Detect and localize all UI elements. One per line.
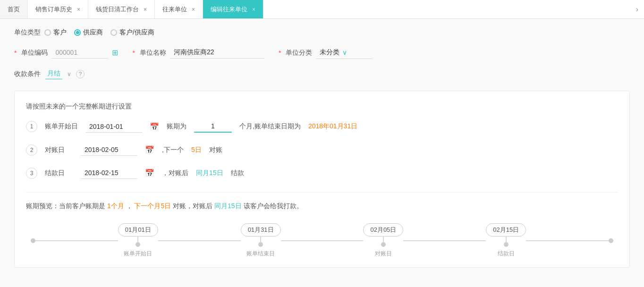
tab-edit-partner-label: 编辑往来单位 <box>211 5 247 14</box>
timeline-node-3: 02月05日 对账日 <box>363 223 403 258</box>
preview-text: 账期预览：当前客户账期是 1个月 ， 下一个月5日 对账，对账后 同月15日 该… <box>26 200 618 212</box>
tab-expand-button[interactable]: › <box>630 0 644 18</box>
radio-both[interactable]: 客户/供应商 <box>110 28 154 37</box>
payment-row: 收款条件 月结 ∨ ? <box>14 68 630 79</box>
radio-customer-circle <box>44 29 51 36</box>
period-row-2-desc-prefix: ,下一个 <box>162 146 184 154</box>
preview-part3: 同月15日 <box>214 202 242 210</box>
radio-supplier-label: 供应商 <box>83 28 103 37</box>
preview-part3-sep: 该客户会给我打款。 <box>244 202 303 210</box>
tab-sales-order[interactable]: 销售订单历史 × <box>28 0 88 18</box>
period-row-2-desc-suffix: 对账 <box>209 146 222 154</box>
timeline-node-4: 02月15日 结款日 <box>486 223 526 258</box>
unit-info-row: * 单位编码 ⊞ * 单位名称 * 单位分类 未分类 ∨ <box>14 46 630 59</box>
period-row-1-num: 1 <box>26 121 37 132</box>
period-row-3: 3 结款日 📅 ，对账后 同月15日 结款 <box>26 167 618 179</box>
tab-cash-work[interactable]: 钱货日清工作台 × <box>88 0 155 18</box>
period-row-2-desc-highlight: 5日 <box>191 146 202 154</box>
tab-cash-work-close[interactable]: × <box>144 6 147 13</box>
preview-part1-sep: ， <box>126 202 133 210</box>
period-row-1-end-date: 2018年01月31日 <box>308 122 357 131</box>
payment-cond-arrow[interactable]: ∨ <box>67 71 71 77</box>
main-content: 单位类型 客户 供应商 客户/供应商 * 单位编码 <box>0 19 644 287</box>
preview-part2: 下一个月5日 <box>134 202 171 210</box>
radio-supplier[interactable]: 供应商 <box>74 28 103 37</box>
unit-type-field: 单位类型 客户 供应商 客户/供应商 <box>14 28 154 37</box>
unit-type-label: 单位类型 <box>14 28 41 37</box>
period-row-1: 1 账单开始日 📅 账期为 个月,账单结束日期为 2018年01月31日 <box>26 120 618 133</box>
radio-both-circle <box>110 29 117 36</box>
timeline-node-2-label: 账单结束日 <box>246 250 275 258</box>
radio-both-label: 客户/供应商 <box>119 28 154 37</box>
payment-cond-label: 收款条件 <box>14 70 41 78</box>
period-row-1-period-value[interactable] <box>194 120 232 133</box>
tab-sales-order-close[interactable]: × <box>77 6 80 13</box>
period-row-1-label: 账单开始日 <box>45 122 78 131</box>
timeline-node-3-dot <box>381 242 386 247</box>
timeline-node-1: 01月01日 账单开始日 <box>118 223 158 258</box>
period-row-1-period-unit: 个月,账单结束日期为 <box>239 122 301 131</box>
preview-section: 账期预览：当前客户账期是 1个月 ， 下一个月5日 对账，对账后 同月15日 该… <box>26 192 618 258</box>
period-row-3-num: 3 <box>26 168 37 179</box>
timeline-node-1-bubble: 01月01日 <box>118 223 158 236</box>
period-row-2-cal-icon[interactable]: 📅 <box>145 145 154 154</box>
period-row-1-date[interactable] <box>85 121 142 133</box>
timeline-line-4 <box>403 240 486 241</box>
unit-code-input[interactable] <box>51 47 108 59</box>
tab-partner-close[interactable]: × <box>192 6 195 13</box>
unit-code-copy-icon[interactable]: ⊞ <box>112 48 118 57</box>
unit-category-select[interactable]: 未分类 ∨ <box>316 46 373 59</box>
preview-part1: 1个月 <box>107 202 124 210</box>
tab-partner[interactable]: 往来单位 × <box>155 0 203 18</box>
timeline-node-2-stem <box>260 236 261 242</box>
unit-category-required: * <box>279 49 281 57</box>
radio-customer[interactable]: 客户 <box>44 28 67 37</box>
timeline-line-2 <box>158 240 241 241</box>
timeline-start-dot <box>31 238 35 243</box>
period-row-2-label: 对账日 <box>45 146 73 154</box>
unit-name-input[interactable] <box>170 47 264 59</box>
tab-sales-order-label: 销售订单历史 <box>35 5 72 14</box>
timeline-node-2: 01月31日 账单结束日 <box>241 223 281 258</box>
unit-code-label: 单位编码 <box>21 49 48 57</box>
period-row-3-date[interactable] <box>81 167 137 179</box>
unit-code-field: * 单位编码 ⊞ <box>14 47 118 59</box>
unit-type-row: 单位类型 客户 供应商 客户/供应商 <box>14 28 630 37</box>
unit-category-field: * 单位分类 未分类 ∨ <box>279 46 373 59</box>
period-row-3-cal-icon[interactable]: 📅 <box>145 169 154 177</box>
tab-home[interactable]: 首页 <box>0 0 28 18</box>
timeline-node-3-bubble: 02月05日 <box>363 223 403 236</box>
payment-help-icon[interactable]: ? <box>76 70 85 78</box>
radio-customer-label: 客户 <box>53 28 67 37</box>
card-title: 请按照未来的一个完整帐期进行设置 <box>26 102 618 111</box>
timeline-line-1 <box>35 240 118 241</box>
unit-code-required: * <box>14 49 17 57</box>
preview-label: 账期预览：当前客户账期是 <box>26 202 105 210</box>
timeline-node-3-stem <box>383 236 384 242</box>
timeline-node-2-dot <box>258 242 263 247</box>
timeline-node-3-label: 对账日 <box>375 250 392 258</box>
timeline-node-4-stem <box>506 236 507 242</box>
tab-edit-partner-close[interactable]: × <box>252 6 255 13</box>
tab-home-label: 首页 <box>8 5 20 14</box>
timeline-node-2-bubble: 01月31日 <box>241 223 281 236</box>
timeline-node-1-label: 账单开始日 <box>124 250 152 258</box>
period-row-3-desc-prefix: ，对账后 <box>162 169 188 177</box>
unit-name-required: * <box>132 49 135 57</box>
period-row-2-num: 2 <box>26 144 37 156</box>
tab-cash-work-label: 钱货日清工作台 <box>96 5 139 14</box>
period-row-1-cal-icon[interactable]: 📅 <box>150 122 159 131</box>
timeline-node-1-dot <box>136 242 140 247</box>
timeline-node-4-dot <box>504 242 508 247</box>
timeline-line-5 <box>526 240 609 241</box>
timeline-node-4-label: 结款日 <box>498 250 515 258</box>
tab-edit-partner[interactable]: 编辑往来单位 × <box>203 0 263 18</box>
radio-supplier-circle <box>74 29 81 36</box>
preview-part2-sep: 对账，对账后 <box>173 202 212 210</box>
period-row-2: 2 对账日 📅 ,下一个 5日 对账 <box>26 144 618 156</box>
period-row-3-label: 结款日 <box>45 169 73 177</box>
timeline-end-dot <box>609 238 613 243</box>
period-row-2-date[interactable] <box>81 144 137 156</box>
unit-name-label: 单位名称 <box>140 49 166 57</box>
tab-partner-label: 往来单位 <box>162 5 187 14</box>
